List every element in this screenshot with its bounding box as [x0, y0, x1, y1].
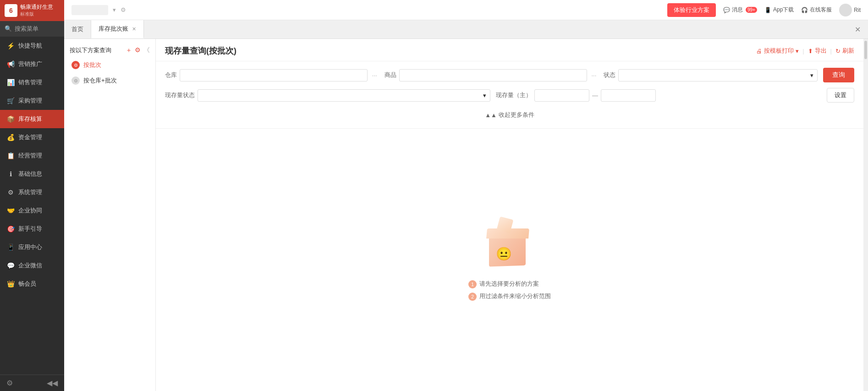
sidebar-nav: ⚡ 快捷导航 📢 营销推广 📊 销售管理 🛒 采购管理 📦 库存核算 💰 资金管…	[0, 37, 64, 375]
scroll-thumb	[864, 41, 867, 59]
collapse-sidebar-icon[interactable]: ◀◀	[47, 379, 58, 387]
phone-icon: 📱	[764, 7, 771, 13]
close-panel-button[interactable]: ✕	[851, 23, 864, 36]
app-download-label: App下载	[773, 6, 794, 14]
top-header: ▾ ⚙ 体验行业方案 💬 消息 99+ 📱 App下载 🎧 在线客服 Rit	[64, 0, 868, 20]
scheme-item-by-batch[interactable]: ⚙ 按批次	[64, 57, 155, 73]
inventory-qty-min[interactable]	[534, 89, 589, 102]
panel-title-actions: ＋ ⚙ 《	[126, 46, 150, 54]
sidebar-footer: ⚙ ◀◀	[0, 375, 64, 391]
sidebar-item-label: 企业协同	[18, 206, 42, 215]
message-badge: 99+	[746, 7, 757, 13]
sidebar-item-finance[interactable]: 💰 资金管理	[0, 128, 64, 147]
page-actions: 🖨 按模板打印 ▾ | ⬆ 导出 | ↻ 刷新	[756, 47, 854, 55]
scheme-by-batch-label: 按批次	[83, 61, 101, 69]
product-filter-group: 商品 ···	[385, 69, 599, 81]
sidebar-item-purchase[interactable]: 🛒 采购管理	[0, 92, 64, 110]
app-download-action[interactable]: 📱 App下载	[764, 6, 794, 14]
search-menu[interactable]: 🔍 搜索菜单	[0, 21, 64, 37]
export-button[interactable]: ⬆ 导出	[808, 47, 827, 55]
inventory-qty-range: —	[534, 89, 656, 102]
filter-area: 仓库 ··· 商品 ··· 状态 ▾	[156, 61, 863, 129]
scheme-active-icon: ⚙	[71, 61, 80, 69]
content-area: 按以下方案查询 ＋ ⚙ 《 ⚙ 按批次 ⚙ 按仓库+批次 现存量查询(按批次)	[64, 39, 868, 391]
scheme-by-warehouse-batch-label: 按仓库+批次	[83, 76, 117, 85]
tab-home[interactable]: 首页	[64, 21, 91, 38]
sidebar-item-label: 快捷导航	[18, 42, 42, 50]
refresh-icon: ↻	[835, 48, 841, 54]
search-icon: 🔍	[5, 25, 12, 32]
sidebar-item-app-center[interactable]: 📱 应用中心	[0, 238, 64, 256]
online-service-action[interactable]: 🎧 在线客服	[801, 6, 832, 14]
panel-title-text: 按以下方案查询	[70, 46, 111, 54]
scheme-item-by-warehouse-batch[interactable]: ⚙ 按仓库+批次	[64, 73, 155, 88]
trial-button[interactable]: 体验行业方案	[667, 3, 716, 17]
inventory-status-label: 现存量状态	[165, 91, 195, 99]
message-action[interactable]: 💬 消息 99+	[723, 6, 757, 14]
wechat-icon: 💬	[6, 261, 15, 270]
warehouse-label: 仓库	[165, 71, 177, 79]
right-scrollbar[interactable]	[863, 39, 868, 391]
right-panel: 现存量查询(按批次) 🖨 按模板打印 ▾ | ⬆ 导出 | ↻	[156, 39, 863, 391]
sidebar-item-newbie[interactable]: 🎯 新手引导	[0, 220, 64, 238]
print-dropdown-icon[interactable]: ▾	[796, 48, 799, 54]
enterprise-icon: 🤝	[6, 206, 15, 215]
sidebar-item-label: 库存核算	[18, 115, 42, 123]
sales-icon: 📊	[6, 78, 15, 87]
inventory-qty-max[interactable]	[601, 89, 656, 102]
tab-close-icon[interactable]: ✕	[132, 26, 136, 32]
inventory-icon: 📦	[6, 115, 15, 123]
warehouse-input[interactable]	[180, 69, 368, 81]
sidebar-item-marketing[interactable]: 📢 营销推广	[0, 55, 64, 73]
sidebar-item-basic-info[interactable]: ℹ 基础信息	[0, 165, 64, 183]
collapse-panel-button[interactable]: 《	[143, 46, 150, 54]
breadcrumb-input[interactable]	[71, 5, 108, 15]
user-avatar-action[interactable]: Rit	[839, 4, 861, 16]
hint-num-2: 2	[468, 293, 477, 301]
settings-button[interactable]: 设置	[827, 88, 854, 103]
settings-scheme-button[interactable]: ⚙	[135, 46, 141, 54]
inventory-status-filter-group: 现存量状态 ▾	[165, 89, 490, 102]
refresh-button[interactable]: ↻ 刷新	[835, 47, 854, 55]
app-version: 标准版	[20, 11, 53, 17]
filter-row-1: 仓库 ··· 商品 ··· 状态 ▾	[165, 68, 854, 82]
tab-inventory-batch[interactable]: 库存批次账 ✕	[91, 20, 144, 38]
message-icon: 💬	[723, 7, 730, 13]
refresh-label: 刷新	[842, 47, 854, 55]
warehouse-more-icon[interactable]: ···	[370, 72, 379, 79]
sidebar-item-label: 企业微信	[18, 261, 42, 270]
sidebar-item-system[interactable]: ⚙ 系统管理	[0, 183, 64, 201]
warehouse-filter-group: 仓库 ···	[165, 69, 379, 81]
dropdown-icon[interactable]: ▾	[113, 6, 116, 13]
product-input[interactable]	[399, 69, 587, 81]
sidebar-item-enterprise[interactable]: 🤝 企业协同	[0, 201, 64, 220]
sidebar-item-label: 畅会员	[18, 280, 36, 288]
company-name: 畅康通好生意	[20, 4, 53, 11]
sidebar-item-member[interactable]: 👑 畅会员	[0, 275, 64, 293]
add-scheme-button[interactable]: ＋	[126, 46, 132, 54]
collapse-more-button[interactable]: ▲▲ 收起更多条件	[165, 108, 854, 122]
status-select[interactable]: ▾	[618, 69, 818, 81]
sidebar-item-sales[interactable]: 📊 销售管理	[0, 73, 64, 92]
query-button[interactable]: 查询	[823, 68, 854, 82]
settings-gear-icon[interactable]: ⚙	[121, 6, 126, 13]
product-more-icon[interactable]: ···	[590, 72, 599, 79]
print-button[interactable]: 🖨 按模板打印 ▾	[756, 47, 799, 55]
inventory-status-dropdown-icon: ▾	[483, 92, 486, 99]
panel-title-bar: 按以下方案查询 ＋ ⚙ 《	[64, 43, 155, 57]
settings-icon[interactable]: ⚙	[6, 379, 13, 387]
app-logo: 6	[5, 4, 17, 17]
quick-nav-icon: ⚡	[6, 42, 15, 50]
sidebar: 6 畅康通好生意 标准版 🔍 搜索菜单 ⚡ 快捷导航 📢 营销推广 📊 销售管理…	[0, 0, 64, 391]
collapse-more-label: 收起更多条件	[499, 111, 534, 119]
sidebar-item-operations[interactable]: 📋 经营管理	[0, 147, 64, 165]
sidebar-item-inventory[interactable]: 📦 库存核算	[0, 110, 64, 128]
marketing-icon: 📢	[6, 60, 15, 68]
member-icon: 👑	[6, 280, 15, 288]
print-label: 按模板打印	[764, 47, 794, 55]
headset-icon: 🎧	[801, 7, 808, 13]
sidebar-item-quick-nav[interactable]: ⚡ 快捷导航	[0, 37, 64, 55]
sidebar-item-label: 基础信息	[18, 170, 42, 178]
inventory-status-select[interactable]: ▾	[198, 89, 490, 102]
sidebar-item-wechat[interactable]: 💬 企业微信	[0, 256, 64, 275]
